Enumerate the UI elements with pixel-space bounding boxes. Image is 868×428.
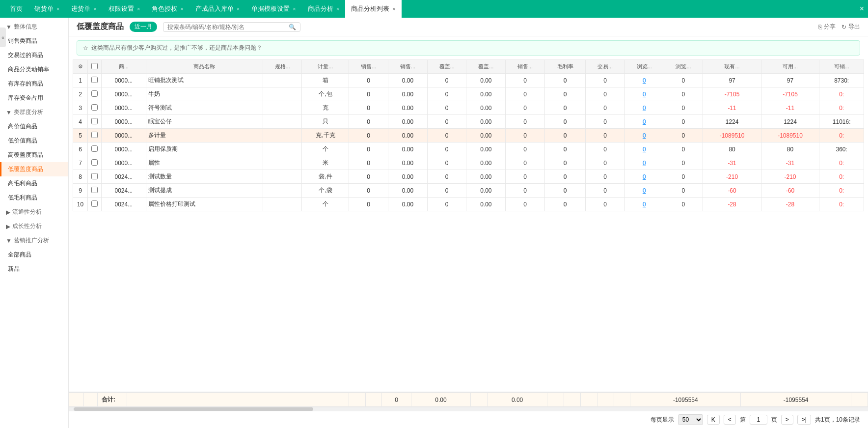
- sidebar-section-cluster[interactable]: ▼ 类群度分析: [0, 105, 68, 119]
- cell-spec: [263, 143, 302, 156]
- cell-browse1[interactable]: 0: [624, 156, 664, 170]
- cell-browse1[interactable]: 0: [624, 101, 664, 115]
- sidebar-item-traded-goods[interactable]: 交易过的商品: [0, 48, 68, 62]
- cell-coverage1: 0: [427, 115, 466, 129]
- cell-gross-margin: 0: [544, 101, 585, 115]
- cell-checkbox[interactable]: [88, 198, 102, 211]
- share-button[interactable]: ⎘ 分享: [818, 23, 836, 31]
- sidebar-item-all-goods[interactable]: 全部商品: [0, 248, 68, 262]
- sidebar-item-category-sales-rate[interactable]: 商品分类动销率: [0, 62, 68, 77]
- cell-checkbox[interactable]: [88, 184, 102, 198]
- col-code[interactable]: 商...: [102, 60, 146, 74]
- sidebar-collapse-btn[interactable]: «: [0, 28, 6, 47]
- col-sales-qty[interactable]: 销售...: [349, 60, 388, 74]
- period-button[interactable]: 近一月: [130, 22, 157, 32]
- col-browse1[interactable]: 浏览...: [624, 60, 664, 74]
- search-box[interactable]: 🔍: [163, 22, 300, 32]
- sidebar-item-sales-goods[interactable]: 销售类商品: [0, 34, 68, 48]
- nav-item-purchase[interactable]: 进货单 ×: [65, 0, 102, 18]
- sidebar-item-high-coverage[interactable]: 高覆盖度商品: [0, 148, 68, 162]
- first-page-button[interactable]: K: [707, 415, 720, 425]
- sidebar-section-overall[interactable]: ▼ 整体信息: [0, 20, 68, 34]
- cell-checkbox[interactable]: [88, 156, 102, 170]
- cell-unit: 个: [302, 143, 349, 156]
- nav-item-permissions[interactable]: 权限设置 ×: [103, 0, 146, 18]
- sidebar-item-low-coverage[interactable]: 低覆盖度商品: [0, 162, 68, 176]
- cell-browse1[interactable]: 0: [624, 170, 664, 184]
- col-coverage1[interactable]: 覆盖...: [427, 60, 466, 74]
- nav-close-purchase[interactable]: ×: [93, 6, 96, 12]
- col-spec[interactable]: 规格...: [263, 60, 302, 74]
- col-unit[interactable]: 计量...: [302, 60, 349, 74]
- nav-item-sales[interactable]: 销货单 ×: [28, 0, 65, 18]
- nav-item-goods-analysis[interactable]: 商品分析 ×: [302, 0, 345, 18]
- cell-checkbox[interactable]: [88, 143, 102, 156]
- cell-checkbox[interactable]: [88, 115, 102, 129]
- export-button[interactable]: ↻ 导出: [841, 23, 860, 31]
- table-row: 10000...旺铺批次测试箱00.0000.000000097978730:: [73, 74, 864, 87]
- nav-label-home: 首页: [10, 4, 23, 13]
- cell-code: 0000...: [102, 115, 146, 129]
- nav-item-goods-analysis-list[interactable]: 商品分析列表 ×: [345, 0, 401, 18]
- table-row: 80024...测试数量袋,件00.0000.0000000-210-2100:: [73, 170, 864, 184]
- nav-close-roles[interactable]: ×: [180, 6, 183, 12]
- nav-item-template[interactable]: 单据模板设置 ×: [245, 0, 301, 18]
- current-page-input[interactable]: [750, 415, 767, 425]
- sidebar-section-marketing[interactable]: ▼ 营销推广分析: [0, 233, 68, 248]
- col-settings[interactable]: ⚙: [73, 60, 88, 74]
- nav-close-goods-analysis[interactable]: ×: [336, 6, 339, 12]
- nav-item-roles[interactable]: 角色授权 ×: [146, 0, 189, 18]
- col-gross-margin[interactable]: 毛利率: [544, 60, 585, 74]
- sidebar-section-growth[interactable]: ▶ 成长性分析: [0, 219, 68, 233]
- cell-browse1[interactable]: 0: [624, 74, 664, 87]
- nav-item-product-entry[interactable]: 产成品入库单 ×: [190, 0, 245, 18]
- col-sales-amount[interactable]: 销售...: [388, 60, 428, 74]
- sidebar-item-high-margin[interactable]: 高毛利商品: [0, 176, 68, 191]
- cell-browse1[interactable]: 0: [624, 184, 664, 198]
- nav-close-permissions[interactable]: ×: [137, 6, 140, 12]
- cell-unit: 米: [302, 156, 349, 170]
- sidebar-item-high-value[interactable]: 高价值商品: [0, 119, 68, 134]
- cell-checkbox[interactable]: [88, 170, 102, 184]
- nav-item-home[interactable]: 首页: [4, 0, 28, 18]
- sidebar-section-liquidity[interactable]: ▶ 流通性分析: [0, 205, 68, 219]
- search-input[interactable]: [167, 24, 287, 30]
- col-browse2[interactable]: 浏览...: [664, 60, 703, 74]
- sidebar-item-new-goods[interactable]: 新品: [0, 262, 68, 276]
- sidebar-item-low-margin[interactable]: 低毛利商品: [0, 191, 68, 205]
- sidebar-item-inventory-capital[interactable]: 库存资金占用: [0, 91, 68, 105]
- cell-browse1[interactable]: 0: [624, 87, 664, 101]
- cell-checkbox[interactable]: [88, 129, 102, 143]
- cell-browse1[interactable]: 0: [624, 143, 664, 156]
- horizontal-scrollbar[interactable]: [69, 407, 868, 411]
- nav-close-product-entry[interactable]: ×: [237, 6, 240, 12]
- col-transaction[interactable]: 交易...: [586, 60, 625, 74]
- page-prefix: 第: [740, 416, 746, 424]
- nav-close-goods-analysis-list[interactable]: ×: [392, 6, 395, 12]
- nav-close-template[interactable]: ×: [293, 6, 296, 12]
- sidebar-item-stocked-goods[interactable]: 有库存的商品: [0, 77, 68, 91]
- col-name[interactable]: 商品名称: [146, 60, 263, 74]
- col-available-stock[interactable]: 可用...: [761, 60, 819, 74]
- pagination-row: 每页显示 50 20 100 K < 第 页 > >| 共1页，10条记录: [69, 411, 868, 428]
- cell-browse1[interactable]: 0: [624, 129, 664, 143]
- cell-checkbox[interactable]: [88, 74, 102, 87]
- select-all-checkbox[interactable]: [91, 63, 98, 69]
- col-sales3[interactable]: 销售...: [506, 60, 545, 74]
- close-all-icon[interactable]: ×: [860, 4, 864, 13]
- cell-browse1[interactable]: 0: [624, 198, 664, 211]
- col-coverage2[interactable]: 覆盖...: [466, 60, 506, 74]
- nav-label-product-entry: 产成品入库单: [195, 4, 234, 13]
- per-page-select[interactable]: 50 20 100: [678, 414, 703, 425]
- last-page-button[interactable]: >|: [797, 415, 811, 425]
- cell-checkbox[interactable]: [88, 87, 102, 101]
- col-sellable[interactable]: 可销...: [819, 60, 864, 74]
- prev-page-button[interactable]: <: [724, 415, 736, 425]
- next-page-button[interactable]: >: [781, 415, 793, 425]
- sidebar-item-low-value[interactable]: 低价值商品: [0, 134, 68, 148]
- cell-browse1[interactable]: 0: [624, 115, 664, 129]
- col-checkbox[interactable]: [88, 60, 102, 74]
- cell-checkbox[interactable]: [88, 101, 102, 115]
- nav-close-sales[interactable]: ×: [56, 6, 59, 12]
- col-current-stock[interactable]: 现有...: [703, 60, 761, 74]
